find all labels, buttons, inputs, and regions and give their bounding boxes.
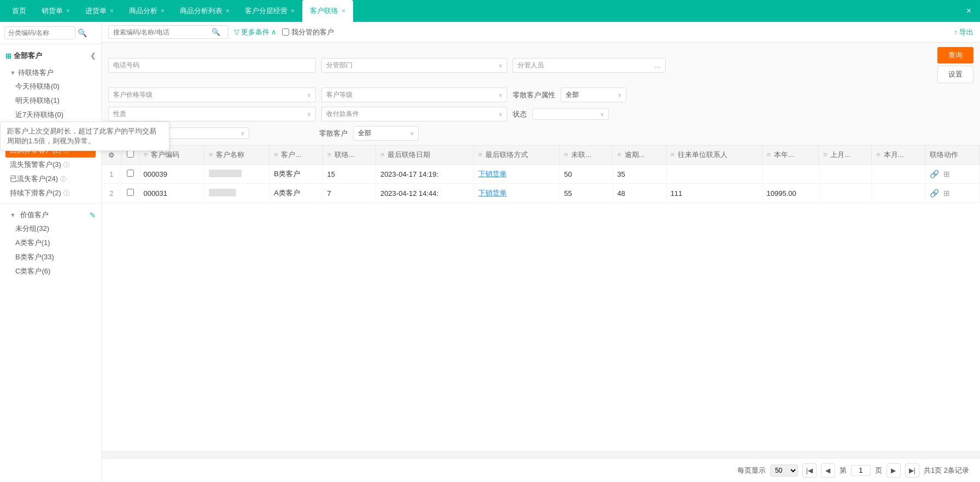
price-grade-filter[interactable]: 客户价格等级 ∨ (108, 88, 316, 102)
row-2-this-year: 10995.00 (762, 184, 818, 203)
sidebar-search-icon[interactable]: 🔍 (78, 28, 87, 37)
gender-filter[interactable]: 性质 ∨ (108, 107, 316, 121)
nav-home[interactable]: 首页 (4, 0, 34, 22)
status-filter[interactable]: 状态 ∨ (513, 108, 666, 120)
settings-button[interactable]: 设置 (937, 66, 973, 83)
retail-attr-filter[interactable]: 零散客户属性 全部 ∨ (513, 88, 666, 102)
col-contacts[interactable]: ≡ 往来单位联系人 (666, 146, 762, 165)
sidebar-all-customers-title[interactable]: ⊞ 全部客户 ❮ (5, 49, 96, 63)
nav-close-sales-order[interactable]: × (66, 7, 70, 15)
sidebar-continuous-down[interactable]: 持续下滑客户(2) ⓘ (5, 186, 96, 200)
advanced-filter: 电话号码 分管部门 ∨ 分管人员 ... 查询 设置 客户价格等级 (102, 43, 980, 146)
payment-filter[interactable]: 收付款条件 ∨ (321, 107, 507, 121)
col-last-month[interactable]: ≡ 上月... (819, 146, 872, 165)
sidebar-value-customers-title[interactable]: ▼ 价值客户 ✎ (5, 207, 96, 222)
row-2-this-month (872, 184, 925, 203)
phone-filter[interactable]: 电话号码 (108, 58, 316, 73)
col-last-contact-method[interactable]: ≡ 最后联络方式 (473, 146, 559, 165)
col-icon-contact: ≡ (327, 150, 332, 159)
nav-close-purchase[interactable]: × (110, 7, 114, 15)
my-customers-checkbox[interactable] (282, 28, 289, 36)
row-2-last-date: 2023-04-12 14:44: (375, 184, 473, 203)
table-header-row: ⚙ ≡ 客户编码 ≡ 客户名称 (102, 146, 980, 165)
gender-chevron: ∨ (307, 111, 311, 117)
value-customer-edit-icon[interactable]: ✎ (90, 211, 96, 219)
row-1-name[interactable] (204, 165, 269, 184)
global-close-button[interactable]: × (962, 6, 976, 16)
row-2-action-qr-icon[interactable]: ⊞ (943, 189, 950, 198)
col-overdue[interactable]: ≡ 逾期... (613, 146, 666, 165)
customer-grade-chevron: ∨ (498, 92, 502, 98)
row-1-select-checkbox[interactable] (127, 170, 134, 177)
page-number-input[interactable] (851, 465, 871, 476)
horizontal-scrollbar[interactable] (102, 451, 980, 458)
nav-product-analysis-list[interactable]: 商品分析列表 × (172, 0, 237, 22)
more-conditions-btn[interactable]: ▽ 更多条件 ∧ (234, 27, 277, 37)
last-page-button[interactable]: ▶| (905, 463, 919, 478)
row-2-last-method[interactable]: 下销货单 (473, 184, 559, 203)
customer-grade-filter[interactable]: 客户等级 ∨ (321, 88, 507, 102)
col-last-contact-date[interactable]: ≡ 最后联络日期 (375, 146, 473, 165)
nav-purchase-order[interactable]: 进货单 × (78, 0, 121, 22)
person-filter[interactable]: 分管人员 ... (513, 58, 666, 73)
row-2-name[interactable] (204, 184, 269, 203)
nav-close-product-analysis[interactable]: × (161, 7, 165, 15)
row-2-overdue: 48 (613, 184, 666, 203)
col-customer-type[interactable]: ≡ 客户... (269, 146, 322, 165)
total-info: 共1页 2条记录 (924, 466, 969, 475)
main-layout: 🔍 ⊞ 全部客户 ❮ ▼ 待联络客户 今天待联络(0) 明天待联络(1) 近7天… (0, 22, 980, 482)
prev-page-button[interactable]: ◀ (821, 463, 835, 478)
nav-sales-order[interactable]: 销货单 × (34, 0, 78, 22)
nav-customer-layered[interactable]: 客户分层经营 × (237, 0, 302, 22)
collapse-icon[interactable]: ❮ (90, 52, 96, 60)
row-1-overdue: 35 (613, 165, 666, 184)
per-page-label: 每页显示 (737, 466, 766, 475)
col-uncontacted[interactable]: ≡ 未联... (559, 146, 612, 165)
col-customer-name[interactable]: ≡ 客户名称 (204, 146, 269, 165)
retail-customer-filter[interactable]: 零散客户 全部 ∨ (319, 126, 472, 141)
sidebar-ungrouped[interactable]: 未分组(32) (5, 222, 96, 236)
settings-icon[interactable]: ⚙ (108, 151, 115, 159)
sidebar-lost-predicted[interactable]: 流失预警客户(3) ⓘ (5, 158, 96, 172)
nav-close-customer-layered[interactable]: × (291, 7, 295, 15)
select-all-checkbox[interactable] (127, 150, 134, 158)
next-page-button[interactable]: ▶ (887, 463, 901, 478)
filter-actions: 查询 设置 (937, 47, 973, 83)
sidebar-today-contact[interactable]: 今天待联络(0) (5, 79, 96, 94)
sidebar-tomorrow-contact[interactable]: 明天待联络(1) (5, 94, 96, 108)
sidebar-class-b[interactable]: B类客户(33) (5, 250, 96, 264)
first-page-button[interactable]: |◀ (802, 463, 817, 478)
data-table-container: ⚙ ≡ 客户编码 ≡ 客户名称 (102, 146, 980, 451)
sidebar-7day-contact[interactable]: 近7天待联络(0) (5, 108, 96, 122)
person-ellipsis[interactable]: ... (654, 61, 661, 69)
row-2-actions: 🔗 ⊞ (925, 184, 979, 203)
dept-filter[interactable]: 分管部门 ∨ (321, 58, 507, 73)
nav-close-customer-contact[interactable]: × (342, 7, 345, 15)
row-2-code: 000031 (139, 184, 204, 203)
row-2-select-checkbox[interactable] (127, 189, 134, 196)
export-button[interactable]: ↑ 导出 (954, 27, 974, 37)
total-page-label: 页 (875, 466, 882, 475)
row-1-action-link-icon[interactable]: 🔗 (930, 170, 939, 178)
sidebar-class-c[interactable]: C类客户(6) (5, 264, 96, 278)
col-this-month[interactable]: ≡ 本月... (872, 146, 925, 165)
sidebar-search-input[interactable] (4, 26, 75, 39)
row-1-last-method[interactable]: 下销货单 (473, 165, 559, 184)
sidebar-class-a[interactable]: A类客户(1) (5, 236, 96, 250)
main-search-input[interactable] (113, 28, 212, 36)
nav-product-analysis[interactable]: 商品分析 × (121, 0, 172, 22)
row-1-action-qr-icon[interactable]: ⊞ (943, 170, 950, 178)
query-button[interactable]: 查询 (937, 47, 973, 63)
sidebar-already-lost[interactable]: 已流失客户(24) ⓘ (5, 172, 96, 186)
per-page-select[interactable]: 50 20 100 (770, 464, 798, 477)
row-2-action-link-icon[interactable]: 🔗 (930, 189, 939, 198)
nav-customer-contact[interactable]: 客户联络 × (302, 0, 353, 22)
col-contact-count[interactable]: ≡ 联络... (322, 146, 375, 165)
nav-close-product-list[interactable]: × (226, 7, 230, 15)
value-arrow-icon: ▼ (10, 212, 16, 218)
sidebar-wait-contact-title[interactable]: ▼ 待联络客户 (5, 65, 96, 79)
row-2-contacts: 111 (666, 184, 762, 203)
row-1-this-month (872, 165, 925, 184)
col-this-year[interactable]: ≡ 本年... (762, 146, 818, 165)
filter-icon: ▽ (234, 28, 239, 36)
